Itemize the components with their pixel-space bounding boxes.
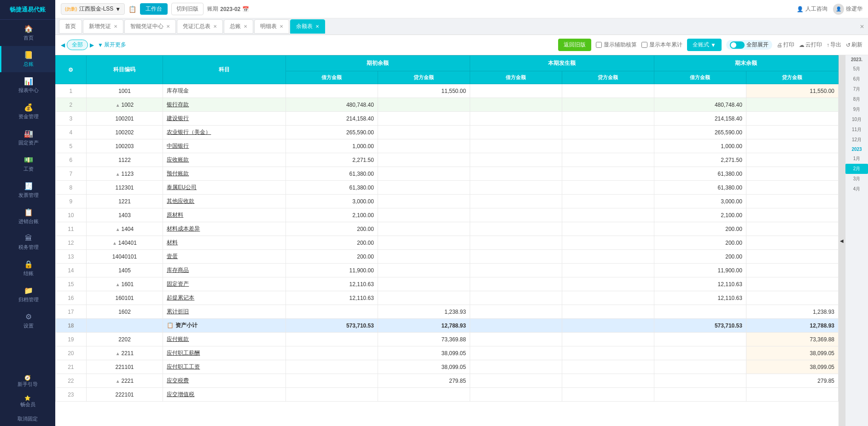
month-9[interactable]: 9月 [845,104,868,115]
refresh-button[interactable]: ↺ 刷新 [846,41,862,49]
subject-name[interactable]: 应收账款 [163,153,286,167]
tab-balance-close[interactable]: ✕ [315,24,319,29]
workbench-button[interactable]: 工作台 [140,3,168,15]
sidebar-item-tax[interactable]: 🏛 税务管理 [0,230,55,255]
copy-icon[interactable]: 📋 [128,6,136,13]
panel-collapse-button[interactable]: ◀ [839,55,845,426]
filter-all-button[interactable]: 全部 [67,40,88,50]
subject-name[interactable]: 应付职工薪酬 [163,346,286,360]
subject-name[interactable]: 壹蛋 [163,250,286,264]
switch-version-button[interactable]: 切到旧版 [171,3,204,15]
top-bar: (勿删) 江西股金-LSS ▼ 📋 工作台 切到旧版 账期 2023-02 📅 … [55,0,868,18]
cur-debit [470,277,562,291]
sidebar-item-ledger[interactable]: 📒 总账 [0,46,55,72]
company-selector[interactable]: (勿删) 江西股金-LSS ▼ [61,3,125,15]
table-row: 91221其他应收款3,000.003,000.00 [56,195,839,208]
row-number: 20 [56,346,87,360]
settings-col-header[interactable]: ⚙ [56,56,87,84]
month-4[interactable]: 4月 [845,184,868,194]
subject-name[interactable]: 材料 [163,236,286,250]
expand-all-toggle[interactable]: 全部展开 [726,40,772,50]
subject-name[interactable]: 银行存款 [163,98,286,112]
row-number: 3 [56,112,87,126]
tab-home[interactable]: 首页 [59,19,82,34]
export-button[interactable]: ↑ 导出 [827,41,841,49]
subject-name[interactable]: 应付账款 [163,333,286,346]
sidebar-item-home[interactable]: 🏠 首页 [0,20,55,46]
subject-name[interactable]: 农业银行（美金） [163,126,286,139]
subject-name[interactable]: 建设银行 [163,112,286,126]
sidebar-item-funds[interactable]: 💰 资金管理 [0,98,55,125]
subject-name[interactable]: 预付账款 [163,167,286,181]
sidebar-item-sales[interactable]: 📋 进销台账 [0,203,55,230]
tab-new-voucher[interactable]: 新增凭证 ✕ [83,19,123,34]
print-button[interactable]: 🖨 打印 [777,41,794,49]
tab-ledger-close[interactable]: ✕ [244,24,247,29]
tab-balance[interactable]: 余额表 ✕ [290,19,325,34]
period-calendar-icon[interactable]: 📅 [242,6,249,12]
sidebar-item-close[interactable]: 🔒 结账 [0,255,55,282]
month-12[interactable]: 12月 [845,135,868,145]
tab-smart-voucher[interactable]: 智能凭证中心 ✕ [124,19,176,34]
tab-detail[interactable]: 明细表 ✕ [254,19,289,34]
tab-close-all-icon[interactable]: ✕ [860,23,864,30]
subject-name[interactable]: 应交增值税 [163,388,286,402]
cloud-print-button[interactable]: ☁ 云打印 [799,41,822,49]
end-debit: 12,110.63 [654,291,746,305]
user-info[interactable]: 👤 徐逻华 [833,4,862,15]
month-5[interactable]: 5月 [845,64,868,74]
toggle-switch[interactable] [730,41,745,49]
sidebar-item-archive[interactable]: 📁 归档管理 [0,282,55,308]
period-debit [285,333,378,346]
month-7[interactable]: 7月 [845,84,868,94]
month-11[interactable]: 11月 [845,125,868,135]
end-debit: 61,380.00 [654,167,746,181]
subject-name[interactable]: 中国银行 [163,139,286,153]
month-8[interactable]: 8月 [845,94,868,104]
subject-name[interactable]: 泰属EU公司 [163,181,286,195]
sales-icon: 📋 [24,208,33,217]
tab-voucher-summary[interactable]: 凭证汇总表 ✕ [177,19,223,34]
sidebar-item-assets[interactable]: 🏭 固定资产 [0,125,55,151]
show-ytd-checkbox[interactable] [641,42,647,48]
toggle-label: 全部展开 [746,41,769,49]
subject-name[interactable]: 材料成本差异 [163,222,286,236]
month-6[interactable]: 6月 [845,74,868,84]
sidebar-item-guide[interactable]: 🧭 新手引导 [0,371,55,391]
go-back-button[interactable]: 返回旧版 [558,39,591,51]
sidebar-label-reports: 报表中心 [18,87,39,94]
sidebar-item-salary[interactable]: 💵 工资 [0,151,55,177]
tab-voucher-summary-close[interactable]: ✕ [213,24,217,29]
month-10[interactable]: 10月 [845,115,868,125]
end-credit [746,222,838,236]
subject-name[interactable]: 其他应收款 [163,195,286,208]
subject-name[interactable]: 累计折旧 [163,305,286,319]
sidebar-item-invoice[interactable]: 🧾 发票管理 [0,177,55,203]
month-1[interactable]: 1月 [845,154,868,164]
period-credit [378,181,470,195]
month-2-active[interactable]: 2月 [845,164,868,174]
subject-name[interactable]: 应付职工工资 [163,360,286,374]
tab-detail-close[interactable]: ✕ [280,24,283,29]
sidebar: 畅捷通易代账 🏠 首页 📒 总账 📊 报表中心 💰 资金管理 🏭 固定资产 💵 … [0,0,55,426]
format-button[interactable]: 全账式 ▼ [687,39,722,51]
user-service[interactable]: 👤 人工咨询 [797,5,827,13]
tab-new-voucher-close[interactable]: ✕ [114,24,117,29]
month-3[interactable]: 3月 [845,174,868,184]
expand-more-button[interactable]: ▼ 展开更多 [98,41,126,49]
subject-name[interactable]: 原材料 [163,208,286,222]
show-aux-checkbox[interactable] [596,42,602,48]
table-row: 11▲ 1404材料成本差异200.00200.00 [56,222,839,236]
tab-ledger-main[interactable]: 总账 ✕ [224,19,253,34]
sidebar-item-settings[interactable]: ⚙ 设置 [0,308,55,334]
sidebar-item-member[interactable]: ⭐ 畅会员 [0,391,55,412]
cancel-fixed-button[interactable]: 取消固定 [0,412,55,426]
subject-name[interactable]: 库存商品 [163,264,286,277]
tab-smart-voucher-close[interactable]: ✕ [166,24,170,29]
period-credit: 1,238.93 [378,305,470,319]
subject-name[interactable]: 起提累记本 [163,291,286,305]
sidebar-item-reports[interactable]: 📊 报表中心 [0,72,55,98]
table-container[interactable]: ⚙ 科目编码 科目 期初余额 本期发生额 期末余额 借方金额 贷方金额 借方金额… [55,55,839,426]
subject-name[interactable]: 应交税费 [163,374,286,388]
subject-name[interactable]: 固定资产 [163,277,286,291]
